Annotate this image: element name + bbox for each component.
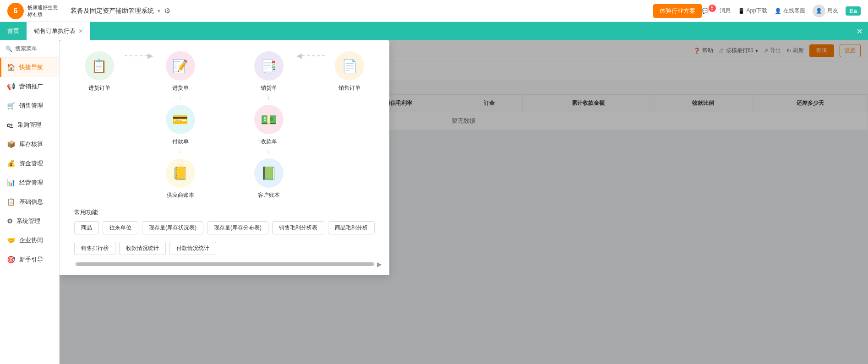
flow-item-sales[interactable]: 📑 销货单 <box>241 51 296 92</box>
sidebar-item-enterprise[interactable]: 🤝 企业协同 <box>0 231 59 250</box>
common-buttons: 商品往来单位现存量(库存状况表)现存量(库存分布表)销售毛利分析表商品毛利分析销… <box>74 221 375 255</box>
content-area: ❓ 帮助 🖨 按模板打印 ▾ ↗ 导出 ↻ 刷新 查询 设置 📅 — <box>60 40 868 364</box>
flow-modal-overlay: 📋 进货订单 ▶ 📝 <box>60 40 868 364</box>
sidebar-item-inventory[interactable]: 📦 库存核算 <box>0 135 59 154</box>
sidebar-item-operations[interactable]: 📊 经营管理 <box>0 173 59 192</box>
sidebar-item-system[interactable]: ⚙ 系统管理 <box>0 212 59 231</box>
common-btn-2[interactable]: 现存量(库存状况表) <box>142 221 203 234</box>
sales-bill-icon: 📑 <box>261 59 277 74</box>
common-btn-row2-0[interactable]: 销售排行榜 <box>74 242 115 255</box>
search-menu[interactable]: 🔍 搜索菜单 <box>0 40 59 58</box>
user-area[interactable]: 👤 用友 <box>813 5 838 17</box>
basic-info-icon: 📋 <box>7 198 16 206</box>
modal-scrollbar[interactable]: ▶ <box>74 262 375 266</box>
title-dropdown-icon[interactable]: ▾ <box>158 8 160 14</box>
sales-order-icon: 📄 <box>342 59 358 74</box>
header-right: 💬 5 消息 📱 App下载 👤 在线客服 👤 用友 Ea <box>702 5 861 17</box>
flow-section: 📋 进货订单 ▶ 📝 <box>74 51 375 199</box>
flow-circle-receipt: 💵 <box>254 105 284 134</box>
flow-circle-payment: 💳 <box>166 105 195 134</box>
common-section: 常用功能 商品往来单位现存量(库存状况表)现存量(库存分布表)销售毛利分析表商品… <box>74 208 375 255</box>
flow-circle-purchase-order: 📋 <box>85 51 114 81</box>
message-icon: 💬 <box>702 8 709 14</box>
sidebar-item-home[interactable]: 🏠 快捷导航 <box>0 58 59 77</box>
flow-item-payment[interactable]: 💳 付款单 <box>153 105 208 146</box>
flow-item-purchase[interactable]: 📝 进货单 <box>153 51 208 92</box>
top-header: 6 畅康通好生意 标准版 装备及固定资产辅助管理系统 ▾ ⚙ 体验行业方案 💬 … <box>0 0 868 22</box>
common-btn-4[interactable]: 销售毛利分析表 <box>272 221 324 234</box>
sidebar-item-guide[interactable]: 🎯 新手引导 <box>0 250 59 269</box>
purchase-icon: 📝 <box>172 59 188 74</box>
receipt-icon: 💵 <box>261 112 277 127</box>
app-download-item[interactable]: 📱 App下载 <box>738 7 767 15</box>
sidebar-item-basic-info[interactable]: 📋 基础信息 <box>0 192 59 212</box>
message-item[interactable]: 💬 5 消息 <box>702 7 731 15</box>
flow-circle-customer-ledger: 📗 <box>254 158 284 188</box>
service-icon: 👤 <box>775 8 781 14</box>
supplier-ledger-icon: 📒 <box>172 166 188 181</box>
common-btn-1[interactable]: 往来单位 <box>103 221 138 234</box>
sidebar-item-marketing[interactable]: 📢 营销推广 <box>0 77 59 96</box>
tab-close-icon[interactable]: ✕ <box>78 28 83 34</box>
tab-home[interactable]: 首页 <box>0 22 27 40</box>
purchase-order-icon: 📋 <box>91 59 107 74</box>
purchase-icon: 🛍 <box>7 121 14 129</box>
finance-icon: 💰 <box>7 159 16 168</box>
flow-item-purchase-order[interactable]: 📋 进货订单 <box>74 51 125 92</box>
avatar: 👤 <box>813 5 825 17</box>
common-btn-0[interactable]: 商品 <box>74 221 99 234</box>
flow-item-receipt[interactable]: 💵 收款单 <box>241 105 296 146</box>
tab-sales-order[interactable]: 销售订单执行表 ✕ <box>27 22 90 40</box>
flow-item-sales-order[interactable]: 📄 销售订单 <box>325 51 375 92</box>
flow-circle-supplier-ledger: 📒 <box>166 158 195 188</box>
logo-icon: 6 <box>7 3 24 19</box>
common-btn-3[interactable]: 现存量(库存分布表) <box>207 221 268 234</box>
avatar-icon: 👤 <box>816 8 822 14</box>
ea-badge: Ea <box>846 6 861 16</box>
customer-ledger-icon: 📗 <box>261 166 277 181</box>
system-title: 装备及固定资产辅助管理系统 ▾ ⚙ <box>67 6 653 15</box>
flow-item-customer-ledger[interactable]: 📗 客户账本 <box>241 158 296 199</box>
flow-col-sales: 📑 销货单 ↓ 💵 收款单 ↓ <box>241 51 296 199</box>
system-icon: ⚙ <box>7 217 13 225</box>
sidebar-item-sales[interactable]: 🛒 销售管理 <box>0 96 59 115</box>
main-layout: 🔍 搜索菜单 🏠 快捷导航 📢 营销推广 🛒 销售管理 🛍 采购管理 📦 库存核… <box>0 40 868 364</box>
scrollbar-right-arrow[interactable]: ▶ <box>377 261 382 268</box>
flow-col-purchase: 📝 进货单 ↓ 💳 付款单 ↓ <box>153 51 208 199</box>
sidebar: 🔍 搜索菜单 🏠 快捷导航 📢 营销推广 🛒 销售管理 🛍 采购管理 📦 库存核… <box>0 40 60 364</box>
common-btn-row2-1[interactable]: 收款情况统计 <box>119 242 166 255</box>
tab-bar-close-icon[interactable]: ✕ <box>857 27 863 36</box>
trial-button[interactable]: 体验行业方案 <box>653 4 702 18</box>
flow-item-supplier-ledger[interactable]: 📒 供应商账本 <box>153 158 208 199</box>
marketing-icon: 📢 <box>7 82 16 91</box>
tab-bar: 首页 销售订单执行表 ✕ ✕ <box>0 22 868 40</box>
logo-text: 畅康通好生意 标准版 <box>27 4 58 17</box>
logo-area: 6 畅康通好生意 标准版 <box>7 3 67 19</box>
common-btn-row2-2[interactable]: 付款情况统计 <box>169 242 216 255</box>
settings-icon[interactable]: ⚙ <box>164 6 170 15</box>
inventory-icon: 📦 <box>7 140 16 148</box>
sales-icon: 🛒 <box>7 102 16 110</box>
sidebar-item-purchase[interactable]: 🛍 采购管理 <box>0 115 59 135</box>
download-icon: 📱 <box>738 8 745 14</box>
common-title: 常用功能 <box>74 208 375 217</box>
scrollbar-thumb <box>76 262 374 266</box>
home-icon: 🏠 <box>7 63 16 71</box>
search-icon: 🔍 <box>5 46 12 52</box>
flow-circle-sales-order: 📄 <box>335 51 364 81</box>
flow-circle-purchase: 📝 <box>166 51 195 81</box>
flow-modal: 📋 进货订单 ▶ 📝 <box>60 40 389 275</box>
operations-icon: 📊 <box>7 179 16 187</box>
flow-circle-sales: 📑 <box>254 51 284 81</box>
payment-icon: 💳 <box>172 112 188 127</box>
guide-icon: 🎯 <box>7 255 16 264</box>
online-service-item[interactable]: 👤 在线客服 <box>775 7 805 15</box>
enterprise-icon: 🤝 <box>7 236 16 244</box>
common-btn-5[interactable]: 商品毛利分析 <box>328 221 375 234</box>
sidebar-item-finance[interactable]: 💰 资金管理 <box>0 154 59 173</box>
